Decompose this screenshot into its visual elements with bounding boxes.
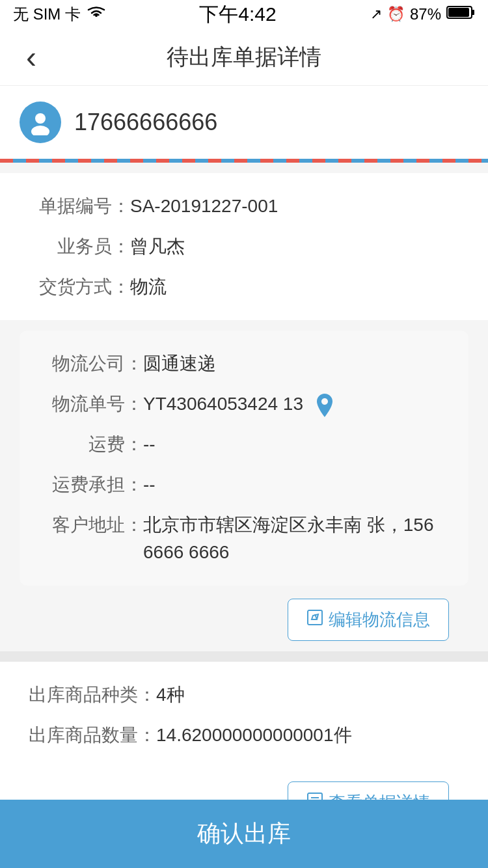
- delivery-label: 交货方式：: [26, 273, 130, 301]
- section-divider: [0, 651, 488, 662]
- freight-label: 运费：: [39, 431, 143, 458]
- status-bar: 无 SIM 卡 下午4:42 ↗ ⏰ 87%: [0, 0, 488, 29]
- alarm-icon: ⏰: [387, 6, 405, 23]
- svg-point-3: [35, 113, 46, 124]
- freight-row: 运费： --: [39, 431, 449, 458]
- goods-quantity-row: 出库商品数量： 14.620000000000001件: [26, 722, 462, 749]
- nav-bar: ‹ 待出库单据详情: [0, 29, 488, 86]
- logistics-card: 物流公司： 圆通速递 物流单号： YT43064053424 13 运费： --…: [20, 331, 468, 586]
- address-value: 北京市市辖区海淀区永丰南 张，156 6666 6666: [143, 511, 449, 566]
- salesman-value: 曾凡杰: [130, 233, 462, 260]
- goods-quantity-label: 出库商品数量：: [26, 722, 156, 749]
- edit-logistics-label: 编辑物流信息: [329, 608, 430, 631]
- edit-logistics-button[interactable]: 编辑物流信息: [288, 599, 449, 641]
- delivery-value: 物流: [130, 273, 462, 301]
- confirm-outbound-button[interactable]: 确认出库: [0, 818, 488, 850]
- status-right: ↗ ⏰ 87%: [370, 5, 475, 23]
- goods-quantity-value: 14.620000000000001件: [156, 722, 462, 749]
- location-status-icon: ↗: [370, 6, 382, 23]
- goods-types-row: 出库商品种类： 4种: [26, 681, 462, 709]
- salesman-row: 业务员： 曾凡杰: [26, 233, 462, 260]
- goods-types-value: 4种: [156, 681, 462, 709]
- customer-section: 17666666666: [0, 86, 488, 159]
- confirm-button-wrapper: 确认出库: [0, 800, 488, 868]
- svg-point-4: [31, 126, 49, 135]
- tracking-location-icon[interactable]: [315, 394, 334, 417]
- dashed-separator: [0, 159, 488, 163]
- address-row: 客户地址： 北京市市辖区海淀区永丰南 张，156 6666 6666: [39, 511, 449, 566]
- document-number-value: SA-20191227-001: [130, 193, 462, 220]
- battery-label: 87%: [410, 5, 441, 23]
- status-left: 无 SIM 卡: [13, 4, 105, 25]
- logistics-tracking-label: 物流单号：: [39, 390, 143, 418]
- status-time: 下午4:42: [199, 1, 276, 28]
- svg-rect-1: [472, 10, 474, 15]
- logistics-company-row: 物流公司： 圆通速递: [39, 350, 449, 377]
- address-label: 客户地址：: [39, 511, 143, 539]
- logistics-tracking-value: YT43064053424 13: [143, 390, 449, 418]
- edit-icon: [306, 609, 323, 631]
- freight-bear-label: 运费承担：: [39, 471, 143, 498]
- customer-phone: 17666666666: [74, 109, 217, 136]
- salesman-label: 业务员：: [26, 233, 130, 260]
- freight-bear-row: 运费承担： --: [39, 471, 449, 498]
- svg-rect-5: [308, 610, 322, 625]
- battery-icon: [446, 5, 475, 23]
- document-number-row: 单据编号： SA-20191227-001: [26, 193, 462, 220]
- goods-section: 出库商品种类： 4种 出库商品数量： 14.620000000000001件: [0, 662, 488, 768]
- document-number-label: 单据编号：: [26, 193, 130, 220]
- carrier-label: 无 SIM 卡: [13, 4, 81, 25]
- freight-value: --: [143, 431, 449, 458]
- logistics-company-value: 圆通速递: [143, 350, 449, 377]
- back-button[interactable]: ‹: [20, 33, 43, 81]
- svg-rect-2: [448, 8, 469, 17]
- freight-bear-value: --: [143, 471, 449, 498]
- logistics-tracking-row: 物流单号： YT43064053424 13: [39, 390, 449, 418]
- delivery-row: 交货方式： 物流: [26, 273, 462, 301]
- page-title: 待出库单据详情: [167, 42, 321, 72]
- goods-types-label: 出库商品种类：: [26, 681, 156, 709]
- wifi-icon: [87, 5, 105, 23]
- document-info-section: 单据编号： SA-20191227-001 业务员： 曾凡杰 交货方式： 物流: [0, 173, 488, 320]
- logistics-company-label: 物流公司：: [39, 350, 143, 377]
- customer-avatar: [20, 102, 61, 143]
